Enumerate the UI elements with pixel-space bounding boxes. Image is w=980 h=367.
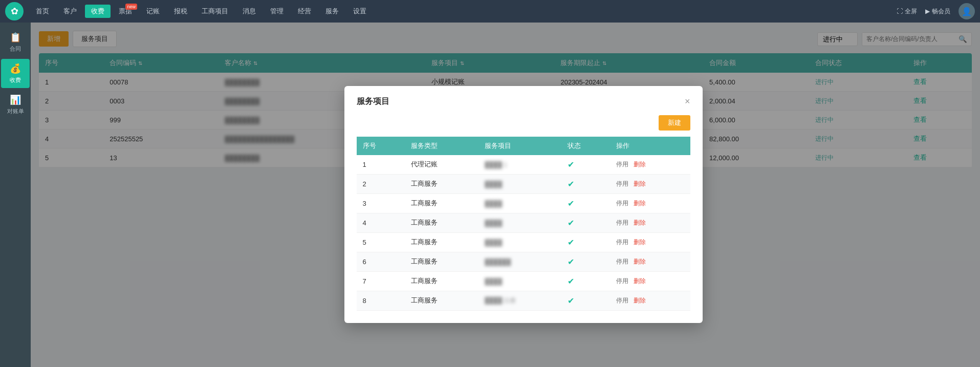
delete-button[interactable]: 删除 xyxy=(634,239,646,246)
modal-cell-actions: 停用 删除 xyxy=(610,291,690,310)
modal-cell-status: ✔ xyxy=(561,193,610,213)
main-layout: 📋 合同 💰 收费 📊 对账单 新增 服务项目 进行中 已结束 全部 xyxy=(0,23,980,367)
modal-cell-type: 代理记账 xyxy=(405,155,478,175)
modal-col-seq: 序号 xyxy=(357,137,405,155)
stop-button[interactable]: 停用 xyxy=(616,239,628,246)
modal-col-item: 服务项目 xyxy=(478,137,561,155)
modal-cell-actions: 停用 删除 xyxy=(610,155,690,175)
play-icon: ▶ xyxy=(925,8,930,15)
modal-table-row: 1 代理记账 ████ 1 ✔ 停用 删除 xyxy=(357,155,690,175)
status-check-icon: ✔ xyxy=(568,180,574,188)
modal-cell-actions: 停用 删除 xyxy=(610,232,690,252)
delete-button[interactable]: 删除 xyxy=(634,219,646,226)
top-navigation: ✿ 首页 客户 收费 票据 new 记账 报税 工商项目 消息 管理 经营 服务… xyxy=(0,0,980,23)
modal-cell-status: ✔ xyxy=(561,291,610,310)
modal-cell-actions: 停用 删除 xyxy=(610,271,690,291)
status-check-icon: ✔ xyxy=(568,277,574,286)
service-items-table: 序号 服务类型 服务项目 状态 操作 1 代理记账 ████ 1 ✔ 停用 删除… xyxy=(357,137,690,311)
modal-table-row: 7 工商服务 ████ ✔ 停用 删除 xyxy=(357,271,690,291)
status-check-icon: ✔ xyxy=(568,257,574,266)
modal-cell-seq: 3 xyxy=(357,193,405,213)
modal-cell-seq: 7 xyxy=(357,271,405,291)
sidebar-item-label: 对账单 xyxy=(7,107,24,115)
nav-item-billing[interactable]: 收费 xyxy=(85,5,111,18)
delete-button[interactable]: 删除 xyxy=(634,258,646,265)
member-button[interactable]: ▶ 畅会员 xyxy=(925,7,950,16)
modal-cell-item: ████ xyxy=(478,271,561,291)
stop-button[interactable]: 停用 xyxy=(616,180,628,187)
modal-cell-type: 工商服务 xyxy=(405,232,478,252)
modal-table-row: 4 工商服务 ████ ✔ 停用 删除 xyxy=(357,213,690,232)
stop-button[interactable]: 停用 xyxy=(616,200,628,207)
modal-new-button[interactable]: 新建 xyxy=(659,115,690,131)
modal-cell-seq: 5 xyxy=(357,232,405,252)
sidebar-item-contract[interactable]: 📋 合同 xyxy=(1,28,30,57)
modal-cell-item: ████ xyxy=(478,213,561,232)
stop-button[interactable]: 停用 xyxy=(616,219,628,226)
modal-header-row: 序号 服务类型 服务项目 状态 操作 xyxy=(357,137,690,155)
nav-item-operation[interactable]: 经营 xyxy=(292,5,317,18)
modal-cell-status: ✔ xyxy=(561,271,610,291)
nav-menu: 首页 客户 收费 票据 new 记账 报税 工商项目 消息 管理 经营 服务 设… xyxy=(30,5,897,18)
sidebar: 📋 合同 💰 收费 📊 对账单 xyxy=(0,23,31,367)
modal-cell-type: 工商服务 xyxy=(405,271,478,291)
modal-close-button[interactable]: × xyxy=(685,97,690,106)
nav-item-bookkeeping[interactable]: 记账 xyxy=(140,5,166,18)
fullscreen-icon: ⛶ xyxy=(897,8,903,15)
modal-table-row: 8 工商服务 ████ 注册 ✔ 停用 删除 xyxy=(357,291,690,310)
new-badge: new xyxy=(125,4,137,10)
status-check-icon: ✔ xyxy=(568,160,574,169)
stop-button[interactable]: 停用 xyxy=(616,277,628,285)
app-logo: ✿ xyxy=(5,2,24,20)
modal-cell-type: 工商服务 xyxy=(405,174,478,193)
modal-cell-type: 工商服务 xyxy=(405,291,478,310)
delete-button[interactable]: 删除 xyxy=(634,297,646,304)
sidebar-item-reconciliation[interactable]: 📊 对账单 xyxy=(1,90,30,119)
modal-cell-status: ✔ xyxy=(561,252,610,271)
modal-cell-actions: 停用 删除 xyxy=(610,213,690,232)
service-items-modal: 服务项目 × 新建 序号 服务类型 服务项目 状态 操作 xyxy=(344,86,703,323)
modal-cell-actions: 停用 删除 xyxy=(610,193,690,213)
contract-icon: 📋 xyxy=(10,32,21,43)
modal-cell-status: ✔ xyxy=(561,174,610,193)
nav-item-tax[interactable]: 报税 xyxy=(168,5,193,18)
sidebar-item-label: 收费 xyxy=(10,76,21,84)
nav-item-settings[interactable]: 设置 xyxy=(347,5,373,18)
nav-item-manage[interactable]: 管理 xyxy=(264,5,290,18)
modal-cell-status: ✔ xyxy=(561,213,610,232)
main-content: 新增 服务项目 进行中 已结束 全部 🔍 序号 合同编码⇅ xyxy=(31,23,980,367)
top-nav-right: ⛶ 全屏 ▶ 畅会员 👤 xyxy=(897,3,975,19)
modal-header: 服务项目 × xyxy=(357,96,690,107)
modal-cell-actions: 停用 删除 xyxy=(610,252,690,271)
modal-col-status: 状态 xyxy=(561,137,610,155)
stop-button[interactable]: 停用 xyxy=(616,297,628,304)
billing-icon: 💰 xyxy=(10,63,21,74)
modal-toolbar: 新建 xyxy=(357,115,690,131)
avatar[interactable]: 👤 xyxy=(959,3,975,19)
delete-button[interactable]: 删除 xyxy=(634,200,646,207)
modal-table-row: 2 工商服务 ████ ✔ 停用 删除 xyxy=(357,174,690,193)
delete-button[interactable]: 删除 xyxy=(634,180,646,187)
modal-cell-item: ████ xyxy=(478,232,561,252)
status-check-icon: ✔ xyxy=(568,219,574,227)
stop-button[interactable]: 停用 xyxy=(616,258,628,265)
nav-item-service[interactable]: 服务 xyxy=(319,5,345,18)
modal-cell-seq: 2 xyxy=(357,174,405,193)
nav-item-home[interactable]: 首页 xyxy=(30,5,55,18)
nav-item-message[interactable]: 消息 xyxy=(236,5,262,18)
delete-button[interactable]: 删除 xyxy=(634,277,646,285)
nav-item-invoice[interactable]: 票据 new xyxy=(113,5,138,18)
modal-scroll-area[interactable]: 序号 服务类型 服务项目 状态 操作 1 代理记账 ████ 1 ✔ 停用 删除… xyxy=(357,137,690,311)
fullscreen-button[interactable]: ⛶ 全屏 xyxy=(897,7,917,16)
modal-cell-status: ✔ xyxy=(561,155,610,175)
modal-title: 服务项目 xyxy=(357,96,389,107)
sidebar-item-billing[interactable]: 💰 收费 xyxy=(1,59,30,88)
modal-col-type: 服务类型 xyxy=(405,137,478,155)
modal-cell-item: ████ xyxy=(478,193,561,213)
modal-table-row: 3 工商服务 ████ ✔ 停用 删除 xyxy=(357,193,690,213)
modal-table-row: 6 工商服务 ██████ ✔ 停用 删除 xyxy=(357,252,690,271)
stop-button[interactable]: 停用 xyxy=(616,161,628,168)
nav-item-business[interactable]: 工商项目 xyxy=(195,5,234,18)
nav-item-customer[interactable]: 客户 xyxy=(57,5,83,18)
delete-button[interactable]: 删除 xyxy=(634,161,646,168)
